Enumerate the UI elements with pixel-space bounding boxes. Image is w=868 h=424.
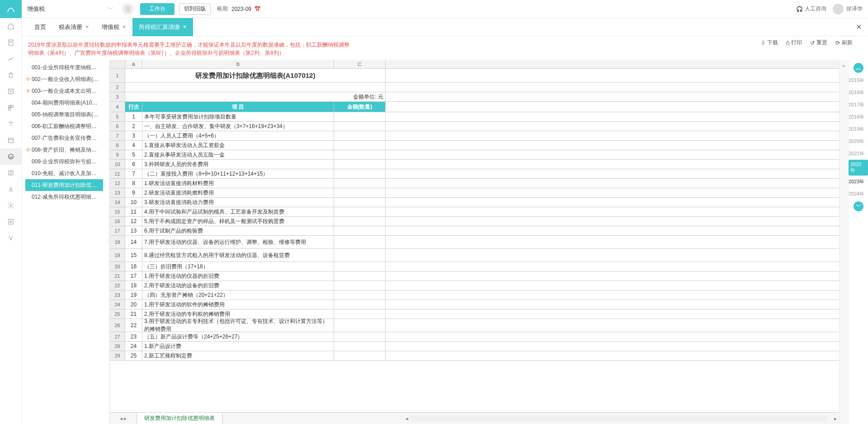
close-icon[interactable]: ✕ xyxy=(183,24,187,30)
nav-download-icon[interactable] xyxy=(0,181,22,197)
form-list-item[interactable]: 009-企业所得税弥补亏损明... xyxy=(25,156,103,167)
cell[interactable]: 6.用于试制产品的检验费 xyxy=(142,226,334,235)
col-B[interactable]: B xyxy=(142,60,334,68)
row-number[interactable]: 20 xyxy=(110,262,125,271)
cell[interactable]: 5 xyxy=(125,150,142,159)
row-number[interactable]: 24 xyxy=(110,300,125,309)
cell[interactable]: 3.用于研发活动的非专利技术（包括许可证、专有技术、设计和计算方法等）的摊销费用 xyxy=(142,319,334,332)
nav-box-icon[interactable] xyxy=(0,165,22,181)
right-expand[interactable]: ▸ xyxy=(839,60,848,424)
cell[interactable]: （四）无形资产摊销（20+21+22） xyxy=(142,291,334,300)
calendar-icon[interactable]: 📅 xyxy=(254,6,261,12)
cell[interactable] xyxy=(334,131,386,140)
row-number[interactable]: 12 xyxy=(110,179,125,188)
row-number[interactable]: 15 xyxy=(110,207,125,216)
cell[interactable] xyxy=(334,236,386,248)
row-number[interactable]: 26 xyxy=(110,319,125,332)
cell[interactable]: 2.直接从事研发活动人员五险一金 xyxy=(142,150,334,159)
cell[interactable]: 3 xyxy=(125,131,142,140)
cell[interactable]: 14 xyxy=(125,236,142,248)
cell[interactable]: 本年可享受研发费用加计扣除项目数量 xyxy=(142,112,334,121)
nav-text-icon[interactable] xyxy=(0,116,22,132)
cell[interactable] xyxy=(334,310,386,319)
year-item[interactable]: 2020年 xyxy=(849,135,868,148)
year-item[interactable]: 2018年 xyxy=(849,111,868,123)
form-list-item[interactable]: 003-一般企业成本支出明细... xyxy=(25,85,103,97)
cell[interactable]: 2.新工艺规程制定费 xyxy=(142,351,334,360)
row-number[interactable]: 14 xyxy=(110,198,125,207)
form-list-item[interactable]: 012-减免所得税优惠明细表(... xyxy=(25,191,103,203)
cell[interactable]: 2.用于研发活动的专利权的摊销费用 xyxy=(142,310,334,319)
cell[interactable] xyxy=(334,141,386,150)
print-button[interactable]: ⎙打印 xyxy=(786,39,802,47)
cell[interactable]: 1.用于研发活动的仪器的折旧费 xyxy=(142,272,334,281)
form-list-item[interactable]: 001-企业所得税年度纳税申... xyxy=(25,62,103,73)
cell[interactable] xyxy=(334,150,386,159)
cell[interactable] xyxy=(334,281,386,290)
download-button[interactable]: ⇩下载 xyxy=(761,39,778,47)
cell[interactable]: （三）折旧费用（17+18） xyxy=(142,262,334,271)
form-list-item[interactable]: 006-职工薪酬纳税调整明细... xyxy=(25,120,103,132)
scroll-left[interactable]: ◂ xyxy=(403,415,410,422)
nav-active-icon[interactable] xyxy=(0,148,22,165)
cell[interactable] xyxy=(334,319,386,332)
cell[interactable] xyxy=(125,83,386,92)
col-C[interactable]: C xyxy=(334,60,386,68)
cell[interactable]: 9 xyxy=(125,188,142,197)
cell[interactable] xyxy=(334,112,386,121)
cell[interactable]: 4.用于中间试验和产品试制的模具、工艺装备开发及制造费 xyxy=(142,207,334,216)
avatar[interactable] xyxy=(833,4,844,14)
cell[interactable]: 4 xyxy=(125,141,142,150)
cell[interactable]: 7.用于研发活动的仪器、设备的运行维护、调整、检验、维修等费用 xyxy=(142,236,334,248)
circle-button[interactable] xyxy=(122,3,134,15)
cell[interactable]: 1.直接从事研发活动人员工资薪金 xyxy=(142,141,334,150)
cell[interactable]: 3.外聘研发人员的劳务费用 xyxy=(142,160,334,169)
app-logo[interactable] xyxy=(0,0,22,18)
refresh-button[interactable]: ⟳刷新 xyxy=(835,39,853,47)
cell[interactable]: 20 xyxy=(125,300,142,309)
year-item[interactable]: 2015年 xyxy=(849,74,868,86)
nav-bag-icon[interactable] xyxy=(0,67,22,83)
cell[interactable] xyxy=(334,198,386,207)
cell[interactable]: 2.用于研发活动的设备的折旧费 xyxy=(142,281,334,290)
cell[interactable]: （二）直接投入费用（8+9+10+11+12+13+14+15） xyxy=(142,169,334,178)
cell[interactable] xyxy=(334,122,386,131)
cell[interactable]: 7 xyxy=(125,169,142,178)
cell[interactable]: 金额(数量) xyxy=(334,102,386,112)
nav-gear-icon[interactable] xyxy=(0,197,22,214)
nav-home-icon[interactable] xyxy=(0,18,22,34)
row-number[interactable]: 8 xyxy=(110,141,125,150)
collapse-handle[interactable]: 〈 xyxy=(103,60,109,424)
grid-body[interactable]: 1研发费用加计扣除优惠明细表(A107012)23金额单位: 元4行次项 目金额… xyxy=(110,69,839,412)
cell[interactable]: 17 xyxy=(125,272,142,281)
cell[interactable]: 8.通过经营租赁方式租入的用于研发活动的仪器、设备租赁费 xyxy=(142,249,334,262)
row-number[interactable]: 17 xyxy=(110,226,125,235)
cell[interactable] xyxy=(334,249,386,262)
period-value[interactable]: 2023-09 xyxy=(231,6,251,12)
cell[interactable]: （一）人员人工费用（4+5+6） xyxy=(142,131,334,140)
module-dropdown[interactable]: 增值税 ﹀ xyxy=(27,5,114,13)
row-number[interactable]: 29 xyxy=(110,351,125,360)
cell[interactable] xyxy=(334,351,386,360)
row-number[interactable]: 7 xyxy=(110,131,125,140)
cell[interactable]: 13 xyxy=(125,226,142,235)
cell[interactable] xyxy=(334,179,386,188)
cell[interactable] xyxy=(334,291,386,300)
year-item[interactable]: 2017年 xyxy=(849,99,868,111)
close-icon[interactable]: ✕ xyxy=(122,24,126,30)
cell[interactable]: 项 目 xyxy=(142,102,334,112)
cell[interactable]: 1.用于研发活动的软件的摊销费用 xyxy=(142,300,334,309)
year-down[interactable]: ︾ xyxy=(854,201,863,211)
cell[interactable] xyxy=(334,207,386,216)
tab[interactable]: 税表清册✕ xyxy=(52,18,95,36)
row-number[interactable]: 25 xyxy=(110,310,125,319)
sheet-tab[interactable]: 研发费用加计扣除优惠明细表 xyxy=(137,413,222,424)
corner-cell[interactable] xyxy=(110,60,125,68)
cell[interactable]: 10 xyxy=(125,198,142,207)
form-list-item[interactable]: 005-纳税调整项目明细表(A1... xyxy=(25,109,103,120)
row-number[interactable]: 21 xyxy=(110,272,125,281)
cell[interactable]: 1.研发活动直接消耗材料费用 xyxy=(142,179,334,188)
cell[interactable]: 行次 xyxy=(125,102,142,112)
tab[interactable]: 首页 xyxy=(28,18,52,36)
cell[interactable] xyxy=(334,262,386,271)
